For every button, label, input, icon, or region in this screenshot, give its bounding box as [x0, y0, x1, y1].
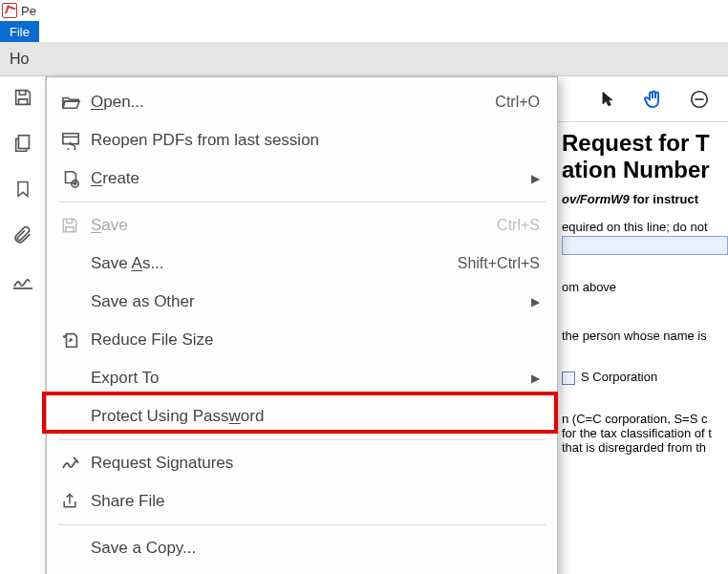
doc-heading-2: ation Number: [562, 157, 728, 183]
attachment-icon[interactable]: [11, 223, 34, 246]
left-rail: [0, 76, 46, 574]
submenu-arrow-icon: ▶: [526, 295, 540, 308]
doc-field-label-2: om above: [562, 280, 728, 294]
menu-create-label: Create: [91, 169, 526, 188]
doc-field-label-3: the person whose name is: [562, 329, 728, 343]
menu-save-as-label: Save As...: [91, 254, 458, 273]
menu-share-file[interactable]: Share File: [47, 482, 557, 521]
menu-open-shortcut: Ctrl+O: [495, 94, 540, 111]
pages-icon[interactable]: [11, 132, 34, 155]
menu-request-signatures[interactable]: Request Signatures: [47, 444, 557, 482]
doc-checkbox-scorp[interactable]: [562, 372, 575, 385]
save-icon[interactable]: [11, 86, 34, 109]
menu-save-label: Save: [91, 216, 497, 235]
menu-save-copy[interactable]: Save a Copy...: [47, 529, 557, 567]
menu-save-other-label: Save as Other: [91, 292, 526, 311]
menu-request-signatures-label: Request Signatures: [91, 454, 540, 473]
menu-save-other[interactable]: Save as Other ▶: [47, 283, 557, 321]
reopen-icon: [60, 131, 91, 150]
doc-text-4b: for the tax classification of t: [562, 426, 728, 440]
bookmark-icon[interactable]: [11, 178, 34, 201]
create-icon: [60, 169, 91, 188]
tabbar: Ho: [0, 42, 728, 76]
doc-link-text: ov/FormW9: [562, 192, 630, 206]
signature-icon: [60, 455, 91, 472]
hand-tool-icon[interactable]: [642, 88, 665, 111]
menu-export-to-label: Export To: [91, 369, 526, 388]
menu-save-copy-label: Save a Copy...: [91, 539, 540, 558]
menubar: File: [0, 21, 728, 42]
acrobat-logo-icon: [2, 3, 17, 18]
menu-revert: Revert: [47, 567, 557, 574]
menu-create[interactable]: Create ▶: [47, 159, 557, 198]
svg-rect-0: [18, 136, 29, 149]
menu-save-as[interactable]: Save As... Shift+Ctrl+S: [47, 244, 557, 283]
doc-text-4a: n (C=C corporation, S=S c: [562, 412, 728, 426]
submenu-arrow-icon: ▶: [526, 372, 540, 385]
doc-checkbox-label: S Corporation: [581, 370, 657, 384]
window-titlebar: Pe: [0, 0, 728, 21]
menu-reduce-size[interactable]: Reduce File Size: [47, 321, 557, 359]
menu-open[interactable]: Open... Ctrl+O: [47, 83, 557, 121]
menu-open-label: Open...: [91, 93, 495, 112]
menu-reopen[interactable]: Reopen PDFs from last session: [47, 121, 557, 159]
file-menu-dropdown: Open... Ctrl+O Reopen PDFs from last ses…: [46, 76, 558, 574]
menu-separator: [58, 202, 546, 202]
menu-save-as-shortcut: Shift+Ctrl+S: [458, 255, 540, 272]
menu-reduce-size-label: Reduce File Size: [91, 330, 540, 350]
menu-separator: [58, 524, 546, 525]
menu-separator: [58, 439, 546, 440]
menu-save: Save Ctrl+S: [47, 206, 557, 244]
doc-input-field-1[interactable]: [562, 236, 728, 255]
share-icon: [60, 492, 91, 511]
tab-home[interactable]: Ho: [10, 51, 29, 68]
doc-field-label-1: equired on this line; do not: [562, 220, 728, 234]
menu-save-shortcut: Ctrl+S: [497, 217, 540, 234]
pointer-tool-icon[interactable]: [596, 88, 619, 111]
menu-share-file-label: Share File: [91, 492, 540, 511]
doc-instruction-line: ov/FormW9 for instruct: [562, 192, 728, 206]
zoom-out-icon[interactable]: [688, 88, 711, 111]
menu-protect-password-label: Protect Using Password: [91, 407, 540, 426]
tab-home-label: Ho: [10, 51, 29, 67]
menu-file[interactable]: File: [0, 21, 39, 42]
save-disk-icon: [60, 216, 91, 235]
reduce-size-icon: [60, 330, 91, 350]
content-area: Request for T ation Number ov/FormW9 for…: [0, 76, 728, 574]
folder-open-icon: [60, 94, 91, 111]
doc-checkbox-row: S Corporation: [562, 370, 728, 385]
doc-text-4c: that is disregarded from th: [562, 440, 728, 455]
sign-icon[interactable]: [11, 269, 34, 292]
menu-protect-password[interactable]: Protect Using Password: [47, 397, 557, 436]
menu-export-to[interactable]: Export To ▶: [47, 359, 557, 397]
doc-heading-1: Request for T: [562, 130, 728, 157]
submenu-arrow-icon: ▶: [526, 172, 540, 185]
window-title: Pe: [21, 4, 36, 18]
doc-instruction-text: for instruct: [630, 192, 698, 206]
menu-reopen-label: Reopen PDFs from last session: [91, 131, 540, 150]
menu-file-label: File: [10, 25, 30, 39]
